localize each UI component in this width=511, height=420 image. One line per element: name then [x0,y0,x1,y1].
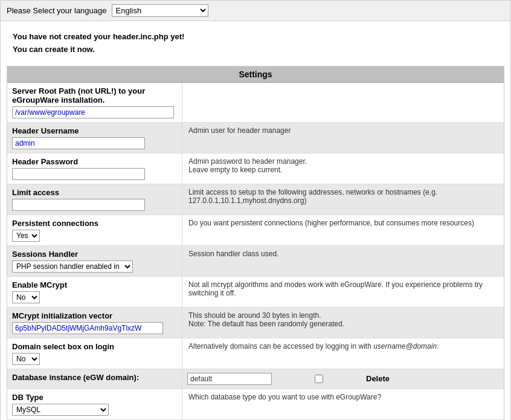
domain-select-select[interactable]: No Yes [12,353,40,365]
header-username-input[interactable] [12,137,145,149]
persistent-connections-desc: Do you want persistent connections (high… [182,215,504,245]
mcrypt-iv-label: MCrypt initialization vector [12,311,177,320]
sessions-handler-desc: Session handler class used. [182,246,504,276]
db-instance-delete-checkbox[interactable] [277,375,361,383]
limit-access-input[interactable] [12,199,145,211]
db-instance-right: Delete [182,369,504,389]
domain-select-desc: Alternatively domains can be accessed by… [182,338,504,369]
mcrypt-iv-row: MCrypt initialization vector This should… [7,308,504,338]
enable-mcrypt-row: Enable MCrypt No Yes Not all mcrypt algo… [7,277,504,308]
domain-select-col: Domain select box on login No Yes [7,338,182,369]
persistent-connections-label: Persistent connections [12,219,177,228]
settings-header: Settings [7,66,504,83]
server-root-desc [182,83,504,122]
domain-select-label: Domain select box on login [12,342,177,351]
language-bar: Please Select your language English Germ… [1,1,510,21]
server-root-row: Server Root Path (not URL!) to your eGro… [7,83,504,123]
sessions-handler-col: Sessions Handler PHP session handler ena… [7,246,182,276]
enable-mcrypt-col: Enable MCrypt No Yes [7,277,182,307]
warning-line2: You can create it now. [13,44,498,56]
db-type-row: DB Type MySQL PostgreSQL MSSQL Oracle Wh… [7,389,504,420]
language-select[interactable]: English German French Spanish [112,4,208,17]
db-type-label: DB Type [12,393,177,402]
db-type-select[interactable]: MySQL PostgreSQL MSSQL Oracle [12,404,109,416]
limit-access-row: Limit access Limit access to setup to th… [7,184,504,215]
enable-mcrypt-select[interactable]: No Yes [12,291,40,303]
domain-select-row: Domain select box on login No Yes Altern… [7,338,504,369]
limit-access-label: Limit access [12,188,177,197]
header-username-row: Header Username Admin user for header ma… [7,123,504,153]
server-root-input[interactable] [12,106,174,118]
db-instance-input[interactable] [187,373,272,385]
sessions-handler-label: Sessions Handler [12,250,177,259]
limit-access-desc: Limit access to setup to the following a… [182,184,504,215]
sessions-handler-select[interactable]: PHP session handler enabled in php.ini D… [12,260,133,273]
header-password-input[interactable] [12,168,145,180]
header-username-col: Header Username [7,123,182,153]
header-password-desc: Admin password to header manager. Leave … [182,153,504,184]
persistent-connections-row: Persistent connections Yes No Do you wan… [7,215,504,246]
warning-section: You have not created your header.inc.php… [1,21,510,66]
db-instance-delete-label: Delete [366,374,390,383]
server-root-label: Server Root Path (not URL!) to your eGro… [12,86,177,105]
header-password-row: Header Password Admin password to header… [7,153,504,184]
header-username-label: Header Username [12,126,177,135]
persistent-connections-col: Persistent connections Yes No [7,215,182,245]
header-username-desc: Admin user for header manager [182,123,504,153]
domain-select-italic: username@domain [373,342,437,351]
db-type-col: DB Type MySQL PostgreSQL MSSQL Oracle [7,389,182,419]
sessions-handler-row: Sessions Handler PHP session handler ena… [7,246,504,277]
limit-access-col: Limit access [7,184,182,215]
settings-container: Settings Server Root Path (not URL!) to … [7,66,504,420]
header-password-label: Header Password [12,157,177,166]
enable-mcrypt-label: Enable MCrypt [12,280,177,289]
server-root-col: Server Root Path (not URL!) to your eGro… [7,83,182,122]
db-instance-row: Database instance (eGW domain): Delete [7,369,504,389]
db-type-desc: Which database type do you want to use w… [182,389,504,419]
warning-line1: You have not created your header.inc.php… [13,31,498,44]
enable-mcrypt-desc: Not all mcrypt algorithms and modes work… [182,277,504,307]
language-label: Please Select your language [7,6,107,15]
page-wrapper: Please Select your language English Germ… [0,0,511,420]
mcrypt-iv-col: MCrypt initialization vector [7,308,182,338]
persistent-connections-select[interactable]: Yes No [12,230,40,242]
header-password-col: Header Password [7,153,182,184]
mcrypt-iv-desc: This should be around 30 bytes in length… [182,308,504,338]
mcrypt-iv-input[interactable] [12,322,163,334]
db-instance-label: Database instance (eGW domain): [7,369,182,389]
